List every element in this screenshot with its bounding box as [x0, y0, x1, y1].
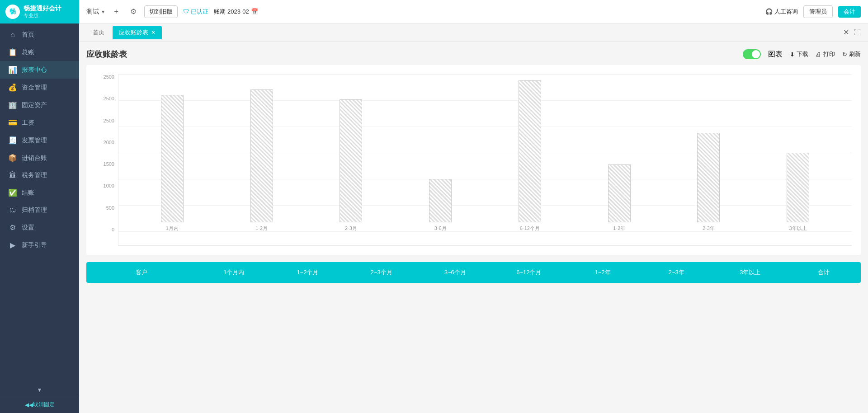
sidebar-item-ledger[interactable]: 📋总账	[0, 43, 79, 61]
sidebar-item-label: 资金管理	[22, 84, 47, 92]
table-header-cell: 1~2个月	[271, 262, 344, 283]
sidebar-item-label: 新手引导	[22, 241, 47, 249]
y-label: 500	[106, 205, 114, 211]
tab-home[interactable]: 首页	[86, 26, 111, 39]
sidebar-item-reports[interactable]: 📊报表中心	[0, 61, 79, 79]
bar-group: 3-6月	[429, 179, 452, 232]
tab-label: 应收账龄表	[119, 28, 148, 37]
archive-icon: 🗂	[8, 206, 17, 214]
table-container: 客户1个月内1~2个月2~3个月3~6个月6~12个月1~2年2~3年3年以上合…	[86, 262, 861, 283]
bar-label: 3-6月	[434, 225, 447, 232]
bar-label: 2-3月	[345, 225, 357, 232]
topbar-right: 🎧 人工咨询 管理员 会计	[765, 5, 861, 18]
bars-row: 1月内 1-2月 2-3月 3-6月 6-12个月 1-2年 2-3年 3年以上	[118, 74, 852, 232]
y-label: 1000	[104, 183, 114, 188]
sidebar-item-guide[interactable]: ▶新手引导	[0, 236, 79, 254]
sidebar-item-wages[interactable]: 💳工资	[0, 114, 79, 131]
sidebar-item-funds[interactable]: 💰资金管理	[0, 79, 79, 96]
print-icon: 🖨	[816, 51, 821, 58]
table-header-cell: 客户	[86, 262, 197, 283]
bar-label: 1-2年	[613, 225, 625, 232]
y-label: 0	[112, 227, 114, 232]
sidebar-item-label: 发票管理	[22, 136, 47, 145]
project-name: 测试	[86, 8, 99, 16]
chart-area: 2500250025002000150010005000 1月内 1-2月 2-…	[95, 74, 852, 246]
add-button[interactable]: ＋	[110, 5, 123, 18]
tab-close-icon[interactable]: ✕	[151, 29, 156, 36]
refresh-icon: ↻	[842, 51, 847, 58]
sidebar-item-label: 报表中心	[22, 66, 47, 74]
old-version-btn[interactable]: 切到旧版	[144, 5, 178, 18]
project-chevron-icon: ▾	[102, 9, 104, 15]
expand-icon[interactable]: ⛶	[854, 28, 861, 37]
closing-icon: ✅	[8, 188, 17, 197]
sidebar-scroll-down[interactable]: ▼	[0, 384, 79, 396]
tabbar: 首页应收账龄表✕ ✕ ⛶	[79, 23, 868, 42]
sidebar-logo: 畅 畅捷通好会计 专业版	[0, 0, 79, 23]
bar[interactable]	[697, 133, 720, 222]
bar-group: 3年以上	[787, 153, 809, 232]
invoices-icon: 🧾	[8, 136, 17, 145]
headset-icon: 🎧	[765, 8, 773, 15]
bar[interactable]	[608, 164, 631, 222]
sidebar-item-closing[interactable]: ✅结账	[0, 184, 79, 202]
funds-icon: 💰	[8, 83, 17, 92]
chart-toggle[interactable]	[743, 49, 761, 59]
sidebar-item-home[interactable]: ⌂首页	[0, 26, 79, 43]
table-header-cell: 合计	[787, 262, 861, 283]
sidebar-item-tax[interactable]: 🏛税务管理	[0, 167, 79, 184]
bar-group: 2-3月	[340, 99, 362, 232]
print-btn[interactable]: 🖨 打印	[816, 50, 835, 58]
y-label: 2000	[104, 140, 114, 145]
bar[interactable]	[787, 153, 809, 222]
report-header: 应收账龄表 图表 ⬇ 下载 🖨 打印 ↻ 刷新	[86, 49, 861, 60]
sidebar-item-label: 结账	[22, 189, 34, 197]
y-axis: 2500250025002000150010005000	[95, 74, 118, 246]
sidebar-nav: ⌂首页📋总账📊报表中心💰资金管理🏢固定资产💳工资🧾发票管理📦进销台账🏛税务管理✅…	[0, 23, 79, 384]
y-label: 1500	[104, 161, 114, 167]
project-selector[interactable]: 测试 ▾	[86, 8, 104, 16]
purchase-icon: 📦	[8, 154, 17, 162]
bar-label: 6-12个月	[520, 225, 540, 232]
report-actions: 图表 ⬇ 下载 🖨 打印 ↻ 刷新	[743, 49, 861, 59]
topbar-actions: ＋ ⚙ 切到旧版	[110, 5, 178, 18]
bar[interactable]	[519, 80, 541, 222]
calendar-icon[interactable]: 📅	[251, 8, 258, 15]
tab-ar-aging[interactable]: 应收账龄表✕	[113, 26, 162, 39]
consult-btn[interactable]: 🎧 人工咨询	[765, 8, 798, 16]
bar[interactable]	[250, 89, 273, 222]
role-btn[interactable]: 会计	[838, 6, 861, 18]
sidebar-item-archive[interactable]: 🗂归档管理	[0, 202, 79, 219]
bar[interactable]	[161, 95, 184, 222]
table-header-cell: 1个月内	[197, 262, 271, 283]
sidebar-unfix-btn[interactable]: ◀◀ 取消固定	[0, 396, 79, 413]
table-header-cell: 2~3个月	[344, 262, 418, 283]
sidebar-item-settings[interactable]: ⚙设置	[0, 219, 79, 236]
app-name: 畅捷通好会计	[24, 5, 61, 12]
main-content: 测试 ▾ ＋ ⚙ 切到旧版 🛡 已认证 账期 2023-02 📅 🎧 人工咨询 …	[79, 0, 868, 413]
table-header-cell: 2~3年	[640, 262, 713, 283]
settings-icon[interactable]: ⚙	[127, 5, 140, 18]
bar[interactable]	[340, 99, 362, 222]
sidebar-item-label: 税务管理	[22, 171, 47, 179]
y-label: 2500	[104, 118, 114, 123]
sidebar-item-label: 归档管理	[22, 206, 47, 214]
refresh-btn[interactable]: ↻ 刷新	[842, 50, 861, 58]
table-header-cell: 3~6个月	[418, 262, 492, 283]
sidebar-item-invoices[interactable]: 🧾发票管理	[0, 131, 79, 149]
user-btn[interactable]: 管理员	[803, 5, 833, 18]
bar-label: 2-3年	[703, 225, 715, 232]
sidebar-item-label: 总账	[22, 48, 34, 56]
sidebar-item-purchase[interactable]: 📦进销台账	[0, 149, 79, 167]
bar-group: 1-2年	[608, 164, 631, 232]
sidebar-item-label: 固定资产	[22, 101, 47, 109]
bar-label: 3年以上	[789, 225, 807, 232]
download-btn[interactable]: ⬇ 下载	[790, 50, 808, 58]
sidebar-item-assets[interactable]: 🏢固定资产	[0, 96, 79, 114]
close-icon[interactable]: ✕	[843, 28, 849, 37]
home-icon: ⌂	[8, 31, 17, 39]
ledger-icon: 📋	[8, 48, 17, 56]
tab-label: 首页	[93, 28, 104, 37]
y-label: 2500	[104, 96, 114, 101]
bar[interactable]	[429, 179, 452, 222]
